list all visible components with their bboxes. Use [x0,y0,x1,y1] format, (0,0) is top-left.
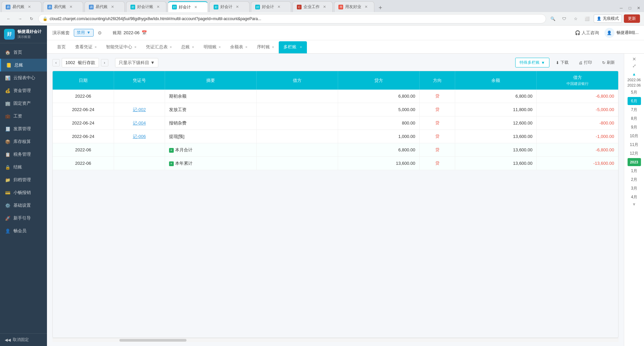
tab-haokaiji-4[interactable]: 好 好会计账 ✕ [126,1,166,12]
tab-close-3[interactable]: ✕ [111,5,114,9]
month-item-12[interactable]: 12月 [628,149,641,157]
tab-yidaizhang-1[interactable]: 易 易代账 ✕ [1,1,42,12]
tab-haokaiji-6[interactable]: 好 好会计 ✕ [209,1,250,12]
back-button[interactable]: ← [4,14,13,23]
new-tab-button[interactable]: ＋ [376,3,385,12]
unpin-button[interactable]: ◀◀ 取消固定 [5,337,42,343]
tab-close-7[interactable]: ✕ [277,5,280,9]
tab-yidaizhang-2[interactable]: 易 易代账 ✕ [43,1,83,12]
tab-yidaizhang-3[interactable]: 易 易代账 ✕ [85,1,125,12]
tab-close-8[interactable]: ✕ [323,5,326,9]
sidebar-item-tax[interactable]: 📋 税务管理 [0,148,47,161]
horizontal-scrollbar[interactable] [52,338,619,342]
maximize-button[interactable]: □ [626,4,634,12]
tab-close-1[interactable]: ✕ [28,5,31,9]
prev-account-button[interactable]: ‹ [52,59,60,66]
tab-close-multi[interactable]: × [300,45,302,49]
consult-button[interactable]: 🎧 人工咨询 [575,30,599,36]
forward-button[interactable]: → [15,14,25,23]
filter-dropdown[interactable]: 只显示下级科目 ▼ [115,58,159,67]
sidebar-item-expense[interactable]: 💳 小畅报销 [0,186,47,199]
tab-general-ledger[interactable]: 总账 × [176,41,199,53]
calendar-icon[interactable]: 📅 [142,30,147,35]
stealth-mode-button[interactable]: 👤 无痕模式 [594,14,622,23]
tab-close-voucher[interactable]: × [95,45,97,49]
month-item-3[interactable]: 3月 [628,184,641,192]
refresh-button[interactable]: ↻ 刷新 [598,58,619,67]
tab-voucher-summary[interactable]: 凭证汇总表 × [141,41,176,53]
demo-status-badge[interactable]: 禁用 ▼ [74,29,94,37]
tab-detail-ledger[interactable]: 明细账 × [199,41,225,53]
update-button[interactable]: 更新 [624,14,640,23]
month-item-4[interactable]: 4月 [628,193,641,201]
sidebar-item-reports[interactable]: 📊 云报表中心 [0,71,47,84]
tab-close-balance[interactable]: × [245,45,247,49]
sidebar-item-payroll[interactable]: 💼 工资 [0,110,47,122]
cell-voucher[interactable]: 记-002 [114,103,165,116]
month-item-2[interactable]: 2月 [628,176,641,184]
shield-icon[interactable]: 🛡 [559,14,569,23]
cell-debit [257,143,338,157]
tab-close-5[interactable]: ✕ [194,5,197,9]
month-item-9[interactable]: 9月 [628,123,641,131]
special-multi-button[interactable]: 特殊多栏账 ▼ [515,58,549,67]
month-item-6[interactable]: 6月 [628,97,641,105]
tab-close-summary[interactable]: × [170,45,172,49]
ledger-table-wrapper[interactable]: 日期 凭证号 摘要 借方 [52,71,619,338]
search-icon[interactable]: 🔍 [548,14,557,23]
sidebar-item-close-period[interactable]: 🔒 结账 [0,161,47,174]
url-input[interactable]: 🔒 cloud2.chanjet.com/accounting/uh26t264… [38,14,546,23]
month-item-7[interactable]: 7月 [628,106,641,114]
sidebar-item-archive[interactable]: 📁 归档管理 [0,174,47,186]
user-profile[interactable]: 👤 畅捷通B组... [604,28,639,38]
tab-enterprise-8[interactable]: C 企业工作 ✕ [292,1,333,12]
tab-sequence[interactable]: 序时账 × [252,41,279,53]
tab-voucher[interactable]: 查看凭证 × [70,41,101,53]
tab-close-general[interactable]: × [192,45,194,49]
star-icon[interactable]: ☆ [571,14,580,23]
tab-close-4[interactable]: ✕ [157,5,160,9]
cell-voucher[interactable]: 记-006 [114,130,165,143]
sidebar-item-assets[interactable]: 🏢 固定资产 [0,97,47,110]
tab-close-smart[interactable]: × [134,45,136,49]
tab-close-2[interactable]: ✕ [69,5,72,9]
sidebar-item-ledger[interactable]: 📒 总账 [0,59,47,71]
tab-close-9[interactable]: ✕ [365,5,368,9]
tab-close-6[interactable]: ✕ [236,5,239,9]
sidebar-item-inventory[interactable]: 📦 库存核算 [0,135,47,148]
month-item-5[interactable]: 5月 [628,88,641,96]
close-window-button[interactable]: ✕ [635,4,643,12]
panel-expand-button[interactable]: ⤢ [632,63,636,68]
next-account-button[interactable]: › [101,59,108,66]
tab-haokaiji-5[interactable]: 好 好会计 ✕ [168,1,208,12]
sidebar-item-home[interactable]: 🏠 首页 [0,46,47,59]
sidebar-toggle-icon[interactable]: ⬜ [582,14,592,23]
sidebar-item-funds[interactable]: 💰 资金管理 [0,84,47,97]
print-button[interactable]: 🖨 打印 [575,58,596,67]
month-item-11[interactable]: 11月 [628,141,641,149]
download-button[interactable]: ⬇ 下载 [552,58,572,67]
cell-voucher[interactable]: 记-004 [114,116,165,130]
reload-button[interactable]: ↻ [27,14,36,23]
tab-balance[interactable]: 余额表 × [225,41,252,53]
minimize-button[interactable]: ─ [617,4,625,12]
tab-yonyou-9[interactable]: 用 用友好业 ✕ [334,1,374,12]
panel-close-button[interactable]: ✕ [632,56,636,62]
scroll-up-arrow[interactable]: ▲ [632,72,636,77]
tab-multi-column[interactable]: 多栏账 × [279,41,307,53]
settings-gear-icon[interactable]: ⚙ [98,30,102,36]
tab-home[interactable]: 首页 [52,41,70,53]
tab-close-detail[interactable]: × [219,45,221,49]
tab-haokaiji-7[interactable]: 好 好会计 ✕ [251,1,291,12]
sidebar-item-guide[interactable]: 🚀 新手引导 [0,212,47,225]
month-item-8[interactable]: 8月 [628,114,641,122]
month-item-10[interactable]: 10月 [628,132,641,140]
sidebar-item-settings[interactable]: ⚙️ 基础设置 [0,199,47,212]
month-item-1[interactable]: 1月 [628,167,641,175]
tab-smart-voucher[interactable]: 智能凭证中心 × [101,41,141,53]
tab-close-sequence[interactable]: × [272,45,274,49]
sidebar-item-invoice[interactable]: 🧾 发票管理 [0,122,47,135]
scroll-down-arrow[interactable]: ▼ [632,202,636,207]
sidebar-item-member[interactable]: 👤 畅会员 [0,225,47,237]
year-marker-2023[interactable]: 2023 [628,158,641,166]
